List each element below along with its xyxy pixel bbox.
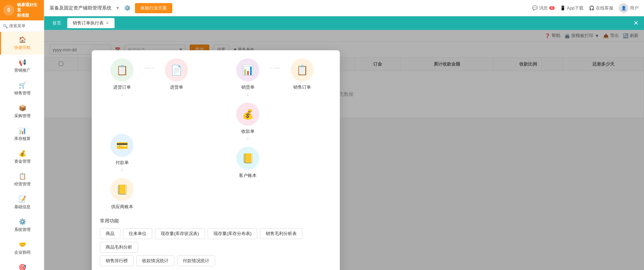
settings-icon[interactable]: ⚙️ <box>124 5 131 11</box>
purchase-doc-icon: 📄 <box>165 58 188 82</box>
guide-icon: 🎯 <box>19 264 26 270</box>
purchase-order-label: 进货订单 <box>113 84 131 90</box>
sidebar: 6 畅康通好生意 标准版 🔍 搜索菜单 🏠 快捷导航 📢 营销推广 🛒 销售管理 <box>0 0 44 270</box>
marketing-icon: 📢 <box>19 59 26 66</box>
sidebar-item-marketing[interactable]: 📢 营销推广 <box>0 55 44 77</box>
btn-payment-stats[interactable]: 付款情况统计 <box>177 255 215 266</box>
btn-counterparty[interactable]: 往来单位 <box>123 228 152 239</box>
sidebar-item-purchase[interactable]: 📦 采购管理 <box>0 100 44 123</box>
tab-sales-order-exec[interactable]: 销售订单执行表 ✕ <box>67 18 115 28</box>
home-icon: 🏠 <box>19 36 26 43</box>
payment-in-label: 收款单 <box>241 128 255 134</box>
arrow-down-4: ↓ <box>246 134 249 141</box>
sales-order-label: 销售订单 <box>293 84 311 90</box>
user-action[interactable]: 👤 用户 <box>619 3 639 13</box>
btn-product[interactable]: 商品 <box>100 228 120 239</box>
sales-order-icon: 📋 <box>291 58 314 82</box>
btn-stock-distribution[interactable]: 现存量(库存分布表) <box>208 228 258 239</box>
flow-purchase-doc[interactable]: 📄 进货单 <box>156 58 197 90</box>
arrow-down-2: ↓ <box>121 166 124 173</box>
sidebar-item-system[interactable]: ⚙️ 系统管理 <box>0 214 44 237</box>
sales-doc-label: 销货单 <box>241 84 255 90</box>
search-icon: 🔍 <box>3 24 8 29</box>
payment-in-icon: 💰 <box>236 103 259 126</box>
arrow-down-3: ↓ <box>246 90 249 97</box>
flow-sales-doc[interactable]: 📊 销货单 <box>227 58 268 90</box>
operations-icon: 📋 <box>19 173 26 180</box>
tab-home[interactable]: 首页 <box>47 18 67 28</box>
arrow-down-1: ↓ <box>110 90 134 97</box>
close-all-tabs-icon[interactable]: ✕ <box>631 19 641 27</box>
btn-stock-status[interactable]: 现存量(库存状况表) <box>155 228 205 239</box>
btn-product-margin-analysis[interactable]: 商品毛利分析 <box>100 242 138 253</box>
sidebar-item-quick-nav[interactable]: 🏠 快捷导航 <box>0 32 44 55</box>
system-title: 装备及固定资产辅助管理系统 <box>50 5 111 11</box>
system-icon: ⚙️ <box>19 218 26 226</box>
message-badge: 6 <box>549 6 555 10</box>
arrow-sales-doc-to-order: - - - - → <box>270 65 280 71</box>
logo-icon: 6 <box>3 4 15 16</box>
tabs-bar: 首页 销售订单执行表 ✕ ✕ <box>44 16 644 30</box>
modal-overlay[interactable]: 📋 进货订单 ↓ 💳 <box>44 30 644 270</box>
sidebar-nav: 🏠 快捷导航 📢 营销推广 🛒 销售管理 📦 采购管理 📊 库存核算 💰 <box>0 32 44 270</box>
message-icon: 💬 <box>532 5 538 11</box>
app-download-action[interactable]: 📱 App下载 <box>560 5 584 11</box>
message-action[interactable]: 💬 消息 6 <box>532 5 555 11</box>
common-buttons-row: 商品 往来单位 现存量(库存状况表) 现存量(库存分布表) 销售毛利分析表 商品… <box>100 228 332 253</box>
purchase-doc-label: 进货单 <box>170 84 183 90</box>
basic-info-icon: 📝 <box>19 195 26 203</box>
flow-payment-out[interactable]: 💳 付款单 <box>102 134 142 166</box>
sidebar-item-sales[interactable]: 🛒 销售管理 <box>0 77 44 100</box>
sidebar-item-operations[interactable]: 📋 经营管理 <box>0 168 44 191</box>
avatar: 👤 <box>619 3 628 13</box>
sidebar-search[interactable]: 🔍 搜索菜单 <box>0 20 44 32</box>
topbar: 装备及固定资产辅助管理系统 ▼ ⚙️ 体验行业方案 💬 消息 6 📱 App下载… <box>44 0 644 16</box>
sidebar-item-basic-info[interactable]: 📝 基础信息 <box>0 191 44 214</box>
payment-out-icon: 💳 <box>110 134 134 157</box>
customer-ledger-label: 客户账本 <box>239 173 257 179</box>
common-functions-title: 常用功能 <box>100 218 332 224</box>
finance-icon: 💰 <box>19 150 26 157</box>
flow-customer-ledger[interactable]: 📒 客户账本 <box>227 147 268 179</box>
service-icon: 🎧 <box>589 5 594 11</box>
flow-sales-order[interactable]: 📋 销售订单 <box>282 58 323 90</box>
flow-purchase-order[interactable]: 📋 进货订单 <box>102 58 142 90</box>
arrow-purchase-order-to-doc: - - - - → <box>144 65 154 71</box>
btn-sales-margin-analysis[interactable]: 销售毛利分析表 <box>260 228 302 239</box>
svg-text:6: 6 <box>7 7 10 13</box>
flow-payment-in[interactable]: 💰 收款单 <box>227 103 268 134</box>
inventory-icon: 📊 <box>19 127 26 134</box>
sidebar-item-enterprise[interactable]: 🤝 企业协同 <box>0 237 44 259</box>
sales-doc-icon: 📊 <box>236 58 259 82</box>
enterprise-icon: 🤝 <box>19 241 26 248</box>
download-icon: 📱 <box>560 5 565 11</box>
sidebar-item-guide[interactable]: 🎯 新手引导 <box>0 259 44 270</box>
btn-sales-ranking[interactable]: 销售排行榜 <box>100 255 134 266</box>
sidebar-item-finance[interactable]: 💰 资金管理 <box>0 146 44 168</box>
main-area: 装备及固定资产辅助管理系统 ▼ ⚙️ 体验行业方案 💬 消息 6 📱 App下载… <box>44 0 644 270</box>
logo: 6 畅康通好生意 标准版 <box>0 0 44 20</box>
common-functions: 常用功能 商品 往来单位 现存量(库存状况表) 现存量(库存分布表) 销售毛利分… <box>100 218 332 266</box>
purchase-order-icon: 📋 <box>110 58 134 82</box>
supplier-ledger-icon: 📒 <box>110 178 134 201</box>
payment-out-label: 付款单 <box>116 160 129 166</box>
topbar-actions: 💬 消息 6 📱 App下载 🎧 在线客服 👤 用户 <box>532 3 639 13</box>
supplier-ledger-label: 供应商账本 <box>111 204 133 210</box>
customer-ledger-icon: 📒 <box>236 147 259 170</box>
tab-close-icon[interactable]: ✕ <box>106 21 109 25</box>
common-buttons-row-2: 销售排行榜 收款情况统计 付款情况统计 <box>100 255 332 266</box>
online-service-action[interactable]: 🎧 在线客服 <box>589 5 613 11</box>
flow-supplier-ledger[interactable]: 📒 供应商账本 <box>102 178 142 210</box>
flow-diagram: 📋 进货订单 ↓ 💳 <box>100 58 332 210</box>
btn-receipt-stats[interactable]: 收款情况统计 <box>136 255 174 266</box>
content-area: ❓ 帮助 🖨️ 按模板打印 ▼ 📤 导出 🔄 刷新 <box>44 30 644 270</box>
purchase-icon: 📦 <box>19 104 26 112</box>
experience-btn[interactable]: 体验行业方案 <box>135 3 172 13</box>
sidebar-item-inventory[interactable]: 📊 库存核算 <box>0 123 44 146</box>
sales-icon: 🛒 <box>19 82 26 89</box>
chevron-down-icon[interactable]: ▼ <box>116 5 120 11</box>
logo-text: 畅康通好生意 标准版 <box>17 2 41 18</box>
quick-nav-modal: 📋 进货订单 ↓ 💳 <box>92 50 340 270</box>
